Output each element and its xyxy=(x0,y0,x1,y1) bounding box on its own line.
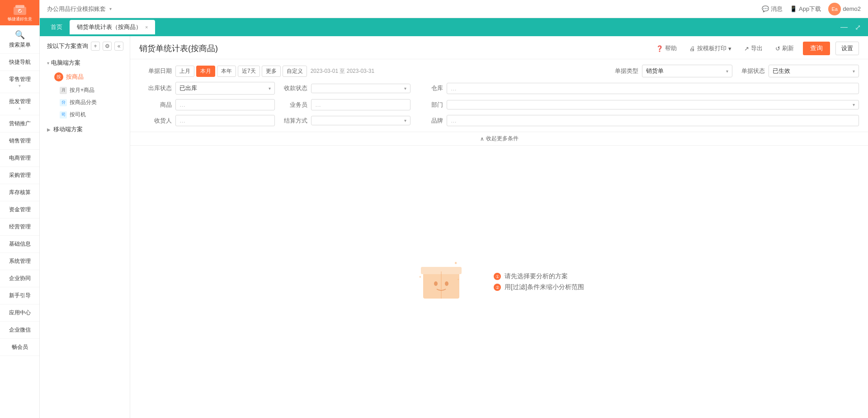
refresh-btn[interactable]: ↺ 刷新 xyxy=(772,43,797,54)
more-btn[interactable]: 更多 xyxy=(262,66,281,77)
product-control[interactable]: … xyxy=(175,99,275,110)
sidebar-item-basic[interactable]: 基础信息 xyxy=(0,236,39,253)
sidebar-item-operations[interactable]: 经营管理 xyxy=(0,218,39,236)
filter-row-4: 收货人 … 结算方式 ▾ 品牌 xyxy=(139,115,859,126)
sidebar-item-wholesale[interactable]: 批发管理 ▴ xyxy=(0,93,39,115)
last-month-btn[interactable]: 上月 xyxy=(175,66,194,77)
warehouse-label: 仓库 xyxy=(410,84,447,92)
tab-minimize-btn[interactable]: — xyxy=(839,21,849,33)
message-btn[interactable]: 💬 消息 xyxy=(762,5,783,13)
sidebar-item-basic-label: 基础信息 xyxy=(9,240,31,248)
sidebar-item-purchase[interactable]: 采购管理 xyxy=(0,167,39,184)
empty-state-tips: ① 请先选择要分析的方案 ② 用[过滤]条件来缩小分析范围 xyxy=(494,272,584,291)
out-status-label: 出库状态 xyxy=(139,84,175,92)
department-control[interactable]: ▾ xyxy=(447,100,859,109)
empty-illustration: ✦ ✦ ✦ xyxy=(414,256,468,301)
scheme-pc-group-header[interactable]: ▾ 电脑端方案 xyxy=(40,56,130,70)
collapse-arrow-icon: ∧ xyxy=(480,136,484,142)
refresh-icon: ↺ xyxy=(775,45,780,52)
sidebar-item-system[interactable]: 系统管理 xyxy=(0,253,39,270)
brand-input[interactable]: … xyxy=(447,115,859,126)
product-input[interactable]: … xyxy=(175,99,275,110)
tab-sales-report[interactable]: 销货单统计表（按商品） × xyxy=(70,20,155,34)
print-btn[interactable]: 🖨 按模板打印 ▾ xyxy=(686,43,735,54)
sidebar-item-newbie[interactable]: 新手引导 xyxy=(0,287,39,304)
this-month-btn[interactable]: 本月 xyxy=(196,66,215,77)
scheme-sub-category[interactable]: 分 按商品分类 xyxy=(40,96,130,109)
scheme-sub-month-product[interactable]: 月 按月+商品 xyxy=(40,84,130,96)
settings-btn[interactable]: 设置 xyxy=(835,42,859,55)
doc-status-control[interactable]: 已生效 ▾ xyxy=(769,65,859,77)
doc-status-arrow-icon: ▾ xyxy=(853,69,855,74)
sidebar-item-enterprise[interactable]: 企业协同 xyxy=(0,270,39,287)
warehouse-input[interactable]: … xyxy=(447,83,859,94)
sub-icon-machine: 司 xyxy=(60,111,67,119)
department-select[interactable]: ▾ xyxy=(447,100,859,109)
app-download-icon: 📱 xyxy=(790,5,797,12)
sidebar-logo[interactable]: 畅捷通好生意 xyxy=(0,0,40,25)
doc-status-select[interactable]: 已生效 ▾ xyxy=(769,65,859,77)
doc-type-select[interactable]: 销货单 ▾ xyxy=(642,65,732,77)
out-status-control[interactable]: 已出库 ▾ xyxy=(175,82,275,95)
out-status-select[interactable]: 已出库 ▾ xyxy=(175,82,275,95)
brand-control[interactable]: … xyxy=(447,115,859,126)
export-btn[interactable]: ↗ 导出 xyxy=(741,43,766,54)
sidebar-item-search[interactable]: 🔍 搜索菜单 xyxy=(0,25,39,54)
sidebar-item-wechat[interactable]: 企业微信 xyxy=(0,322,39,339)
sidebar-item-retail[interactable]: 零售管理 ▾ xyxy=(0,71,39,93)
sidebar-item-retail-label: 零售管理 xyxy=(9,76,31,83)
salesperson-control[interactable]: … xyxy=(311,99,410,110)
scheme-item-product[interactable]: 按 按商品 xyxy=(40,70,130,84)
filter-row-1: 单据日期 上月 本月 本年 近7天 更多 自定义 2023-03-01 至 20… xyxy=(139,65,859,77)
sidebar-item-sales[interactable]: 销售管理 xyxy=(0,133,39,150)
print-dropdown-icon: ▾ xyxy=(728,45,731,52)
consignee-control[interactable]: … xyxy=(175,115,275,126)
sidebar-item-finance[interactable]: 资金管理 xyxy=(0,201,39,218)
doc-type-control[interactable]: 销货单 ▾ xyxy=(642,65,732,77)
app-download-btn[interactable]: 📱 App下载 xyxy=(790,5,821,13)
filter-area: 单据日期 上月 本月 本年 近7天 更多 自定义 2023-03-01 至 20… xyxy=(130,59,868,132)
sidebar-item-ecommerce[interactable]: 电商管理 xyxy=(0,150,39,167)
consignee-input[interactable]: … xyxy=(175,115,275,126)
payment-status-control[interactable]: ▾ xyxy=(311,84,410,93)
last7days-btn[interactable]: 近7天 xyxy=(238,66,260,77)
add-scheme-btn[interactable]: + xyxy=(91,42,100,51)
consignee-placeholder: … xyxy=(179,117,185,124)
user-profile[interactable]: Ea demo2 xyxy=(828,3,861,15)
help-btn[interactable]: ❓ 帮助 xyxy=(652,43,680,54)
salesperson-input[interactable]: … xyxy=(311,99,410,110)
payment-status-arrow-icon: ▾ xyxy=(404,86,406,91)
sidebar-item-appstore-label: 应用中心 xyxy=(9,309,31,317)
scheme-mobile-group-header[interactable]: ▶ 移动端方案 xyxy=(40,123,130,136)
sidebar-item-quick-nav[interactable]: 快捷导航 xyxy=(0,54,39,71)
tab-close-icon[interactable]: × xyxy=(145,24,148,30)
warehouse-control[interactable]: … xyxy=(447,83,859,94)
settings-scheme-btn[interactable]: ⚙ xyxy=(103,42,112,51)
department-arrow-icon: ▾ xyxy=(853,102,855,107)
sidebar-item-inventory[interactable]: 库存核算 xyxy=(0,184,39,201)
collapse-bar[interactable]: ∧ 收起更多条件 xyxy=(130,132,868,146)
scheme-sub-machine[interactable]: 司 按司机 xyxy=(40,109,130,121)
query-btn[interactable]: 查询 xyxy=(803,42,830,55)
tab-home[interactable]: 首页 xyxy=(43,20,70,34)
settings-label: 设置 xyxy=(841,44,853,52)
payment-status-select[interactable]: ▾ xyxy=(311,84,410,93)
settlement-select[interactable]: ▾ xyxy=(311,116,410,125)
settlement-control[interactable]: ▾ xyxy=(311,116,410,125)
tab-maximize-btn[interactable]: ⤢ xyxy=(853,21,863,33)
collapse-scheme-btn[interactable]: « xyxy=(114,42,123,51)
filter-row-2: 出库状态 已出库 ▾ 收款状态 ▾ xyxy=(139,82,859,95)
industry-dropdown-icon[interactable]: ▾ xyxy=(109,6,112,11)
sidebar-logo-text: 畅捷通好生意 xyxy=(8,17,32,22)
sidebar-item-system-label: 系统管理 xyxy=(9,257,31,265)
svg-rect-1 xyxy=(15,5,24,8)
sidebar-item-marketing[interactable]: 营销推广 xyxy=(0,115,39,133)
filter-row-3: 商品 … 业务员 … 部门 xyxy=(139,99,859,110)
sidebar-item-vip[interactable]: 畅会员 xyxy=(0,339,39,356)
this-year-btn[interactable]: 本年 xyxy=(217,66,236,77)
brand-placeholder: … xyxy=(451,117,457,124)
scheme-dot-product: 按 xyxy=(54,72,63,81)
custom-btn[interactable]: 自定义 xyxy=(283,66,307,77)
sidebar-item-appstore[interactable]: 应用中心 xyxy=(0,304,39,322)
doc-status-value: 已生效 xyxy=(773,67,790,75)
